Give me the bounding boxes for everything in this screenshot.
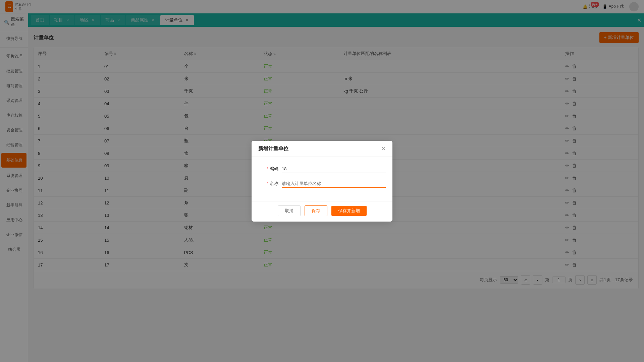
modal-header: 新增计量单位 ✕ [252, 141, 392, 157]
name-input[interactable] [282, 180, 386, 188]
code-label: 编码 [258, 166, 278, 172]
cancel-button[interactable]: 取消 [278, 205, 301, 216]
modal-overlay: 新增计量单位 ✕ 编码 名称 取消 [28, 27, 644, 362]
modal-footer: 取消 保存 保存并新增 [252, 201, 392, 222]
main-layout: 🔍 搜索菜单 快捷导航 零售管理 批发管理 电商管理 采购管理 库存核算 资金管… [0, 13, 644, 362]
modal-close-button[interactable]: ✕ [381, 145, 386, 152]
modal-title: 新增计量单位 [258, 145, 288, 152]
save-button[interactable]: 保存 [305, 205, 327, 216]
page-content: 计量单位 + 新增计量单位 序号 编号⇅ 名称⇅ 状态⇅ 计量单位匹配的名称列表… [28, 27, 644, 362]
save-continue-button[interactable]: 保存并新增 [331, 206, 367, 216]
form-row-name: 名称 [258, 180, 386, 188]
add-unit-modal: 新增计量单位 ✕ 编码 名称 取消 [252, 141, 392, 222]
code-input[interactable] [282, 165, 386, 173]
form-row-code: 编码 [258, 165, 386, 173]
modal-body: 编码 名称 [252, 157, 392, 201]
name-label: 名称 [258, 181, 278, 187]
content-area: 首页 项目 ✕ 地区 ✕ 商品 ✕ 商品属性 ✕ 计量单位 ✕ ✕ [28, 13, 644, 362]
